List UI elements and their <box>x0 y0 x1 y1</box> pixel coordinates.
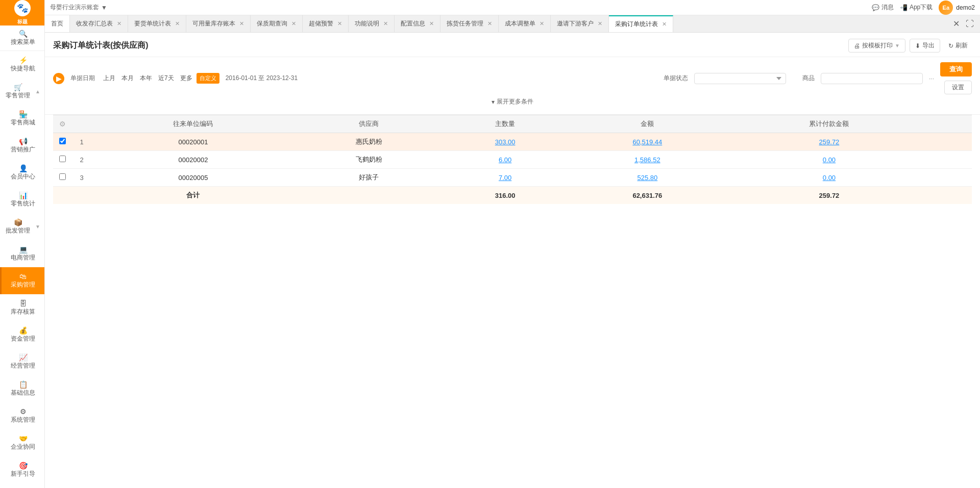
tab-purchase-stats[interactable]: 要货单统计表 ✕ <box>128 15 186 33</box>
tab-cost-adjust[interactable]: 成本调整单 ✕ <box>499 15 551 33</box>
cell-amount[interactable]: 525.80 <box>567 169 728 187</box>
tab-pick-task-close[interactable]: ✕ <box>487 20 492 27</box>
sidebar-item-system[interactable]: ⚙ 系统管理 <box>0 402 44 429</box>
status-select[interactable] <box>694 73 786 84</box>
export-btn[interactable]: ⬇ 导出 <box>910 39 940 53</box>
cell-paid-amount[interactable]: 259.72 <box>728 133 930 151</box>
workspace-selector[interactable]: 母婴行业演示账套 ▼ <box>50 3 107 12</box>
sidebar-item-member[interactable]: 👤 会员中心 <box>0 159 44 186</box>
tab-overstock-warning[interactable]: 超储预警 ✕ <box>303 15 349 33</box>
sidebar-item-enterprise[interactable]: 🤝 企业协同 <box>0 429 44 456</box>
tab-purchase-stats-close[interactable]: ✕ <box>175 20 180 27</box>
tab-overstock-warning-close[interactable]: ✕ <box>337 20 342 27</box>
cell-checkbox[interactable] <box>53 169 71 187</box>
cell-checkbox[interactable] <box>53 151 71 169</box>
tab-available-stock[interactable]: 可用量库存账本 ✕ <box>186 15 251 33</box>
sidebar-retail-stats-label: 零售统计 <box>11 199 35 208</box>
cell-extra <box>930 151 972 169</box>
tab-config-info[interactable]: 配置信息 ✕ <box>395 15 440 33</box>
cell-quantity[interactable]: 303.00 <box>444 133 567 151</box>
sidebar-marketing-label: 营销推广 <box>11 145 35 154</box>
filter-settings-btn[interactable]: 设置 <box>944 81 972 94</box>
date-this-year-btn[interactable]: 本年 <box>138 73 154 84</box>
sidebar-item-basic-info[interactable]: 📋 基础信息 <box>0 375 44 402</box>
table-row[interactable]: 3 00020005 好孩子 7.00 525.80 0.00 <box>53 169 972 187</box>
col-supplier: 供应商 <box>295 115 444 133</box>
tab-purchase-order-stats[interactable]: 采购订单统计表 ✕ <box>609 15 673 33</box>
print-btn[interactable]: 🖨 按模板打印 ▼ <box>848 39 905 53</box>
print-icon: 🖨 <box>854 42 860 49</box>
row-checkbox[interactable] <box>59 173 66 180</box>
date-this-month-btn[interactable]: 本月 <box>119 73 136 84</box>
app-download-btn[interactable]: 📲 App下载 <box>900 3 933 12</box>
date-7days-btn[interactable]: 近7天 <box>156 73 176 84</box>
footer-empty3 <box>295 187 444 204</box>
table-header-row: ⚙ 往来单位编码 供应商 主数量 金额 <box>53 115 972 133</box>
query-btn[interactable]: 查询 <box>940 62 972 76</box>
settings-icon[interactable]: ⚙ <box>59 120 66 128</box>
tab-cost-adjust-close[interactable]: ✕ <box>540 20 544 27</box>
tab-home[interactable]: 首页 <box>45 15 70 33</box>
data-table-container: ⚙ 往来单位编码 供应商 主数量 金额 <box>45 115 980 488</box>
tab-receive-summary-close[interactable]: ✕ <box>117 20 121 27</box>
col-extra <box>930 115 972 133</box>
more-filter-icon[interactable]: ··· <box>929 75 934 82</box>
sidebar-item-ecommerce[interactable]: 💻 电商管理 <box>0 240 44 267</box>
sidebar-search-label: 搜索菜单 <box>11 38 35 46</box>
sidebar-item-inventory[interactable]: 🗄 库存核算 <box>0 294 44 321</box>
app-download-label: App下载 <box>910 3 933 12</box>
footer-paid-amount: 259.72 <box>728 187 930 204</box>
filter-toggle-btn[interactable]: ▶ <box>53 73 64 84</box>
sidebar-item-marketing[interactable]: 📢 营销推广 <box>0 132 44 159</box>
refresh-btn[interactable]: ↻ 刷新 <box>944 39 972 52</box>
sidebar-item-operations[interactable]: 📈 经营管理 <box>0 348 44 375</box>
date-custom-badge[interactable]: 自定义 <box>197 73 219 84</box>
sidebar-item-retail-stats[interactable]: 📊 零售统计 <box>0 186 44 213</box>
sidebar-item-retail-store[interactable]: 🏪 零售商城 <box>0 105 44 132</box>
tab-overstock-warning-label: 超储预警 <box>309 19 333 28</box>
tab-config-info-close[interactable]: ✕ <box>429 20 434 27</box>
cell-checkbox[interactable] <box>53 133 71 151</box>
tab-invite-customer-close[interactable]: ✕ <box>598 20 602 27</box>
tab-function-desc[interactable]: 功能说明 ✕ <box>349 15 395 33</box>
tab-expiry-query[interactable]: 保质期查询 ✕ <box>251 15 303 33</box>
cell-quantity[interactable]: 7.00 <box>444 169 567 187</box>
cell-paid-amount[interactable]: 0.00 <box>728 151 930 169</box>
date-more-btn[interactable]: 更多 <box>178 73 194 84</box>
cell-quantity[interactable]: 6.00 <box>444 151 567 169</box>
message-btn[interactable]: 💬 消息 <box>872 3 894 12</box>
table-row[interactable]: 2 00020002 飞鹤奶粉 6.00 1,586.52 0.00 <box>53 151 972 169</box>
row-checkbox[interactable] <box>59 138 66 144</box>
row-checkbox[interactable] <box>59 156 66 162</box>
tab-invite-customer[interactable]: 邀请下游客户 ✕ <box>551 15 609 33</box>
date-last-month-btn[interactable]: 上月 <box>101 73 117 84</box>
sidebar-retail-store-label: 零售商城 <box>11 118 35 127</box>
cell-amount[interactable]: 1,586.52 <box>567 151 728 169</box>
sidebar-item-finance[interactable]: 💰 资金管理 <box>0 321 44 348</box>
sidebar-item-purchase[interactable]: 🛍 采购管理 <box>0 267 44 294</box>
col-paid-amount: 累计付款金额 <box>728 115 930 133</box>
sidebar-item-retail[interactable]: 🛒 零售管理 ▲ <box>0 78 44 105</box>
sidebar-item-app-center[interactable]: 📱 应用中心 <box>0 483 44 488</box>
tab-fullscreen-btn[interactable]: ⛶ <box>964 18 976 30</box>
tab-expiry-query-close[interactable]: ✕ <box>291 20 296 27</box>
sidebar-item-search[interactable]: 🔍 搜索菜单 <box>0 25 44 50</box>
tab-available-stock-close[interactable]: ✕ <box>239 20 244 27</box>
table-row[interactable]: 1 00020001 惠氏奶粉 303.00 60,519.44 259.72 <box>53 133 972 151</box>
sidebar-item-new-guide[interactable]: 🎯 新手引导 <box>0 456 44 483</box>
sidebar-item-wholesale[interactable]: 📦 批发管理 ▼ <box>0 213 44 240</box>
sidebar-item-quick-nav[interactable]: ⚡ 快捷导航 <box>0 51 44 78</box>
tab-close-all-btn[interactable]: ✕ <box>951 18 962 30</box>
sidebar-retail-label: 零售管理 <box>6 91 30 100</box>
tab-receive-summary-label: 收发存汇总表 <box>76 19 113 28</box>
tab-pick-task[interactable]: 拣货任务管理 ✕ <box>440 15 499 33</box>
expand-more-btn[interactable]: ▾ 展开更多条件 <box>492 97 533 106</box>
goods-search-input[interactable] <box>821 73 923 84</box>
tab-purchase-order-stats-close[interactable]: ✕ <box>662 21 667 28</box>
tab-receive-summary[interactable]: 收发存汇总表 ✕ <box>70 15 128 33</box>
tab-function-desc-close[interactable]: ✕ <box>383 20 388 27</box>
cell-paid-amount[interactable]: 0.00 <box>728 169 930 187</box>
user-menu-btn[interactable]: Ea demo2 <box>939 1 975 15</box>
export-label: 导出 <box>922 41 935 50</box>
cell-amount[interactable]: 60,519.44 <box>567 133 728 151</box>
